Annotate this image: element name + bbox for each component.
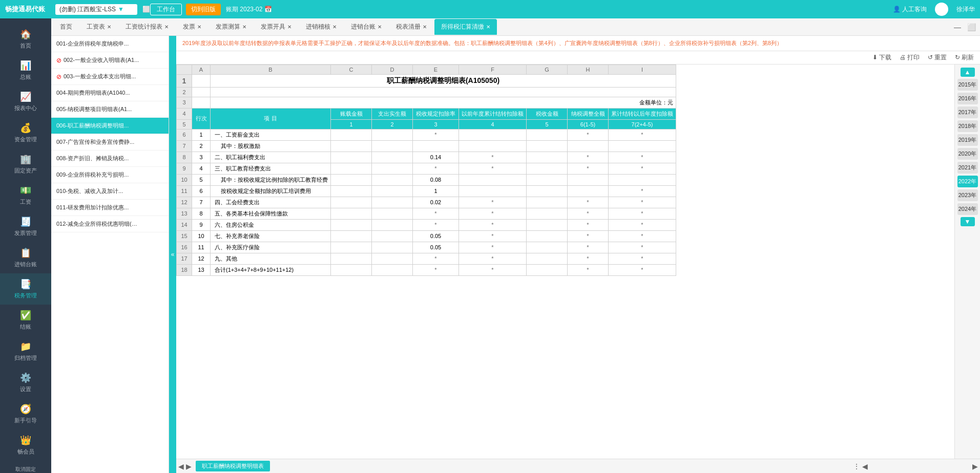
form-001-label: 001-企业所得税年度纳税申... [56, 40, 129, 48]
form-008-label: 008-资产折旧、摊销及纳税... [56, 155, 129, 162]
sidebar-item-assets[interactable]: 🏢 固定资产 [0, 148, 51, 180]
form-item-006[interactable]: 006-职工薪酬纳税调整明细... [51, 118, 169, 134]
form-item-002[interactable]: ⊘ 002-一般企业收入明细表(A1... [51, 52, 169, 69]
tab-close-invoice[interactable]: ✕ [197, 24, 201, 30]
year-2017[interactable]: 2017年 [957, 106, 978, 118]
maximize-button[interactable]: ⬜ [965, 22, 978, 32]
tab-close-purchase-ledger[interactable]: ✕ [378, 24, 382, 30]
form-item-012[interactable]: 012-减免企业所得税优惠明细(… [51, 216, 169, 232]
year-2020[interactable]: 2020年 [957, 148, 978, 160]
col-A: A [192, 64, 211, 74]
sidebar-item-salary[interactable]: 💵 工资 [0, 180, 51, 211]
tab-income-tax[interactable]: 所得税汇算清缴 ✕ [434, 19, 497, 35]
minimize-button[interactable]: — [952, 22, 963, 32]
tab-invoice-calc[interactable]: 发票测算 ✕ [209, 19, 253, 35]
tab-close-invoice-open[interactable]: ✕ [287, 24, 291, 30]
sidebar-item-guide[interactable]: 🧭 新手引导 [0, 398, 51, 429]
sidebar-label-member: 畅会员 [17, 448, 34, 456]
tab-close-salary[interactable]: ✕ [107, 24, 111, 30]
form-002-label: 002-一般企业收入明细表(A1... [64, 56, 139, 64]
year-2024[interactable]: 2024年 [957, 203, 978, 215]
year-2023[interactable]: 2023年 [957, 189, 978, 201]
year-up-button[interactable]: ▲ [961, 68, 975, 77]
form-item-005[interactable]: 005-纳税调整项目明细表(A1... [51, 101, 169, 118]
spreadsheet-container[interactable]: A B C D E F G H I [176, 64, 954, 459]
sidebar-item-archive[interactable]: 📁 归档管理 [0, 336, 51, 367]
bottom-sheet-tab[interactable]: 职工薪酬纳税调整明细表 [196, 461, 270, 471]
workbench-button[interactable]: 工作台 [150, 4, 182, 15]
sidebar-item-close[interactable]: ✅ 结账 [0, 305, 51, 336]
form-panel: 001-企业所得税年度纳税申... ⊘ 002-一般企业收入明细表(A1... … [51, 36, 169, 473]
form-item-010[interactable]: 010-免税、减收入及加计... [51, 183, 169, 200]
tab-close-salary-report[interactable]: ✕ [164, 24, 169, 30]
sidebar-item-member[interactable]: 👑 畅会员 [0, 429, 51, 461]
tab-close-income-tax[interactable]: ✕ [486, 24, 490, 30]
form-item-007[interactable]: 007-广告宣传和业务宣传费静... [51, 134, 169, 150]
tab-home[interactable]: 首页 [53, 19, 79, 35]
unit-row: 3 金额单位：元 [177, 97, 676, 108]
unit-label: 金额单位：元 [211, 97, 676, 108]
form-item-004[interactable]: 004-期间费用明细表(A1040... [51, 85, 169, 101]
tab-tax-register[interactable]: 税表清册 ✕ [389, 19, 433, 35]
year-2019[interactable]: 2019年 [957, 134, 978, 146]
sheet-prev-button[interactable]: ◀ [178, 462, 184, 470]
form-item-001[interactable]: 001-企业所得税年度纳税申... [51, 36, 169, 52]
sidebar-item-ledger[interactable]: 📊 总账 [0, 55, 51, 86]
switch-button[interactable]: 切到旧版 [186, 4, 221, 15]
print-icon: 🖨 [900, 54, 906, 61]
copy-icon[interactable]: ⬜ [142, 6, 150, 13]
form-item-011[interactable]: 011-研发费用加计扣除优惠... [51, 200, 169, 216]
sidebar-label-close: 结账 [20, 323, 31, 331]
reset-button[interactable]: ↺ 重置 [928, 53, 947, 62]
table-row: 6 1 一、工资薪金支出 * * * [177, 129, 676, 140]
form-006-label: 006-职工薪酬纳税调整明细... [56, 122, 129, 130]
header-c3: 税收规定扣除率 [413, 108, 459, 119]
user-avatar [935, 3, 948, 16]
company-name: (勿删) 江西般宝-LSS [59, 5, 116, 14]
sidebar-item-invoice[interactable]: 🧾 发票管理 [0, 211, 51, 242]
print-button[interactable]: 🖨 打印 [900, 53, 920, 62]
tab-close-invoice-calc[interactable]: ✕ [242, 24, 246, 30]
settings-icon: ⚙️ [20, 372, 31, 383]
tab-purchase-check[interactable]: 进销稽核 ✕ [299, 19, 343, 35]
year-2016[interactable]: 2016年 [957, 93, 978, 104]
tab-purchase-ledger[interactable]: 进销台账 ✕ [344, 19, 388, 35]
sidebar-item-reports[interactable]: 📈 报表中心 [0, 86, 51, 117]
sidebar-item-tax[interactable]: 📑 税务管理 [0, 273, 51, 305]
company-dropdown-icon[interactable]: ▼ [118, 6, 124, 13]
support-btn[interactable]: 👤 人工客询 [893, 5, 927, 14]
year-2022[interactable]: 2022年 [957, 176, 978, 187]
tab-invoice[interactable]: 发票 ✕ [176, 19, 208, 35]
sidebar-item-funds[interactable]: 💰 资金管理 [0, 117, 51, 148]
year-down-button[interactable]: ▼ [961, 217, 975, 226]
content-area: 首页 工资表 ✕ 工资统计报表 ✕ 发票 ✕ 发票测算 ✕ 发票开具 ✕ [51, 18, 980, 473]
sidebar-item-settings[interactable]: ⚙️ 设置 [0, 367, 51, 398]
app-logo: 畅捷通易代账 [5, 5, 45, 14]
refresh-button[interactable]: ↻ 刷新 [955, 53, 974, 62]
sidebar-cancel-fixed[interactable]: 取消固定 [0, 461, 51, 473]
scroll-right-icon[interactable]: ▶ [972, 462, 978, 470]
collapse-button[interactable]: « [169, 36, 176, 473]
form-item-009[interactable]: 009-企业所得税补充亏损明... [51, 167, 169, 183]
tab-close-purchase-check[interactable]: ✕ [332, 24, 337, 30]
scroll-left-icon[interactable]: ◀ [862, 462, 868, 470]
form-003-label: 003-一般企业成本支出明细... [64, 73, 136, 80]
col-H: H [568, 64, 609, 74]
form-item-008[interactable]: 008-资产折旧、摊销及纳税... [51, 150, 169, 167]
tab-salary[interactable]: 工资表 ✕ [80, 19, 118, 35]
sidebar-item-home[interactable]: 🏠 首页 [0, 24, 51, 55]
download-button[interactable]: ⬇ 下载 [872, 53, 891, 62]
sidebar-item-sales[interactable]: 📋 进销台账 [0, 242, 51, 273]
tabbar-actions: — ⬜ [952, 22, 978, 32]
year-2015[interactable]: 2015年 [957, 79, 978, 91]
sheet-next-button[interactable]: ▶ [186, 462, 192, 470]
year-2018[interactable]: 2018年 [957, 120, 978, 132]
company-selector[interactable]: (勿删) 江西般宝-LSS ▼ [55, 4, 137, 15]
more-icon[interactable]: ⋮ [853, 462, 860, 470]
tab-invoice-open[interactable]: 发票开具 ✕ [254, 19, 298, 35]
sheet-area: 2019年度涉及取以前年度结转数据的申报表单元格需要手工操护正确，才能保证本年及… [176, 36, 980, 473]
tab-salary-report[interactable]: 工资统计报表 ✕ [119, 19, 175, 35]
tab-close-tax-register[interactable]: ✕ [423, 24, 427, 30]
form-item-003[interactable]: ⊘ 003-一般企业成本支出明细... [51, 69, 169, 85]
year-2021[interactable]: 2021年 [957, 162, 978, 174]
